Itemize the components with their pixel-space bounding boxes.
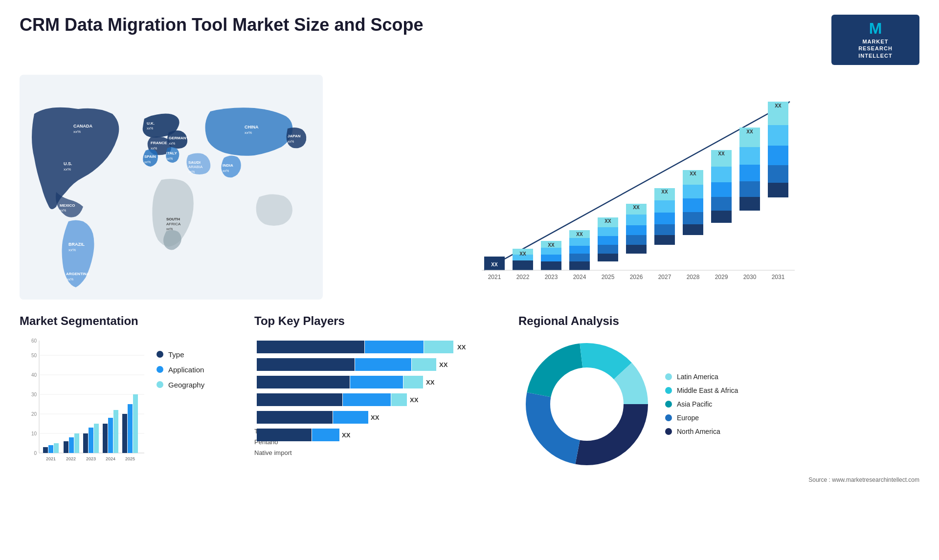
svg-text:U.K.: U.K. xyxy=(147,121,155,126)
svg-text:xx%: xx% xyxy=(64,167,71,172)
svg-rect-154 xyxy=(391,393,407,406)
svg-text:XX: XX xyxy=(718,151,725,156)
svg-text:XX: XX xyxy=(410,396,419,404)
svg-rect-72 xyxy=(683,198,703,212)
legend-application: Application xyxy=(156,366,204,374)
svg-text:XX: XX xyxy=(576,232,583,237)
svg-rect-77 xyxy=(711,167,732,182)
label-asia-pacific: Asia Pacific xyxy=(677,400,712,408)
svg-rect-90 xyxy=(768,146,788,165)
svg-text:2025: 2025 xyxy=(125,456,135,461)
segmentation-title: Market Segmentation xyxy=(20,314,245,328)
svg-text:GERMANY: GERMANY xyxy=(169,136,189,140)
svg-rect-138 xyxy=(133,394,138,453)
svg-rect-89 xyxy=(768,125,788,146)
svg-rect-146 xyxy=(412,358,436,371)
logo: M MARKET RESEARCH INTELLECT xyxy=(831,15,919,65)
svg-rect-161 xyxy=(257,429,312,441)
label-north-america: North America xyxy=(677,428,720,435)
svg-text:INDIA: INDIA xyxy=(223,163,233,168)
svg-point-170 xyxy=(554,371,620,437)
svg-rect-132 xyxy=(103,424,108,453)
svg-text:2031: 2031 xyxy=(772,274,785,280)
svg-text:xx%: xx% xyxy=(147,127,153,130)
regional-content: Latin America Middle East & Africa Asia … xyxy=(518,336,919,473)
svg-text:0: 0 xyxy=(34,451,37,456)
svg-rect-55 xyxy=(598,245,618,254)
svg-rect-153 xyxy=(343,393,391,406)
svg-text:XX: XX xyxy=(661,189,668,194)
svg-text:XX: XX xyxy=(491,262,498,267)
svg-rect-54 xyxy=(598,236,618,245)
svg-rect-125 xyxy=(69,437,74,453)
svg-text:50: 50 xyxy=(31,353,37,358)
svg-text:2027: 2027 xyxy=(658,274,671,280)
svg-rect-92 xyxy=(768,183,788,197)
label-latin-america: Latin America xyxy=(677,373,718,381)
svg-rect-126 xyxy=(74,433,79,453)
svg-text:2023: 2023 xyxy=(545,274,558,280)
svg-text:2024: 2024 xyxy=(106,456,115,461)
dot-asia-pacific xyxy=(665,401,672,408)
svg-rect-136 xyxy=(122,414,127,453)
svg-text:xx%: xx% xyxy=(67,278,73,281)
svg-text:ITALY: ITALY xyxy=(166,151,177,155)
svg-rect-120 xyxy=(43,447,48,453)
svg-rect-133 xyxy=(108,418,113,453)
svg-rect-140 xyxy=(257,341,364,353)
legend-label-type: Type xyxy=(168,350,184,359)
svg-rect-68 xyxy=(654,235,675,245)
svg-rect-61 xyxy=(626,235,647,245)
svg-text:XX: XX xyxy=(746,129,753,134)
svg-text:2022: 2022 xyxy=(516,274,530,280)
svg-rect-91 xyxy=(768,165,788,183)
page-header: CRM Data Migration Tool Market Size and … xyxy=(20,15,919,65)
svg-text:40: 40 xyxy=(31,372,37,378)
svg-rect-47 xyxy=(569,238,590,246)
svg-text:XX: XX xyxy=(439,361,448,368)
svg-rect-142 xyxy=(424,341,453,353)
svg-text:2026: 2026 xyxy=(630,274,643,280)
svg-rect-83 xyxy=(739,147,760,165)
svg-rect-124 xyxy=(64,441,68,453)
svg-rect-158 xyxy=(333,411,368,424)
svg-rect-137 xyxy=(128,404,133,453)
svg-text:MEXICO: MEXICO xyxy=(60,203,75,208)
svg-text:XX: XX xyxy=(633,205,640,210)
svg-text:xx%: xx% xyxy=(245,130,252,135)
svg-text:Native import: Native import xyxy=(254,449,292,456)
legend-label-geography: Geography xyxy=(168,381,204,389)
svg-rect-66 xyxy=(654,213,675,224)
world-map: U.S. xx% CANADA xx% MEXICO xx% BRAZIL xx… xyxy=(20,75,323,300)
svg-rect-149 xyxy=(350,376,403,388)
regional-title: Regional Analysis xyxy=(518,314,919,328)
svg-text:XX: XX xyxy=(519,251,526,257)
svg-rect-44 xyxy=(541,261,561,270)
svg-rect-157 xyxy=(257,411,333,424)
svg-rect-145 xyxy=(355,358,411,371)
regional-section: Regional Analysis Latin Amer xyxy=(518,314,919,483)
donut-chart xyxy=(518,336,655,473)
svg-text:SPAIN: SPAIN xyxy=(144,154,156,159)
legend-asia-pacific: Asia Pacific xyxy=(665,400,738,408)
svg-rect-48 xyxy=(569,246,590,254)
svg-text:30: 30 xyxy=(31,392,37,397)
label-mea: Middle East & Africa xyxy=(677,387,738,394)
svg-rect-129 xyxy=(89,428,93,453)
svg-rect-86 xyxy=(739,197,760,211)
svg-text:2021: 2021 xyxy=(488,274,501,280)
svg-text:XX: XX xyxy=(690,171,696,176)
svg-rect-79 xyxy=(711,197,732,211)
svg-text:xx%: xx% xyxy=(288,140,294,143)
svg-rect-59 xyxy=(626,215,647,225)
dot-latin-america xyxy=(665,373,672,380)
svg-text:XX: XX xyxy=(548,242,555,248)
segmentation-legend: Type Application Geography xyxy=(156,336,204,389)
legend-dot-geography xyxy=(156,381,163,388)
svg-text:JAPAN: JAPAN xyxy=(288,134,301,138)
svg-rect-128 xyxy=(83,433,88,453)
growth-chart: XX XX XX XX xyxy=(337,75,919,300)
svg-text:U.S.: U.S. xyxy=(64,161,72,166)
svg-rect-85 xyxy=(739,181,760,197)
legend-dot-application xyxy=(156,366,163,373)
